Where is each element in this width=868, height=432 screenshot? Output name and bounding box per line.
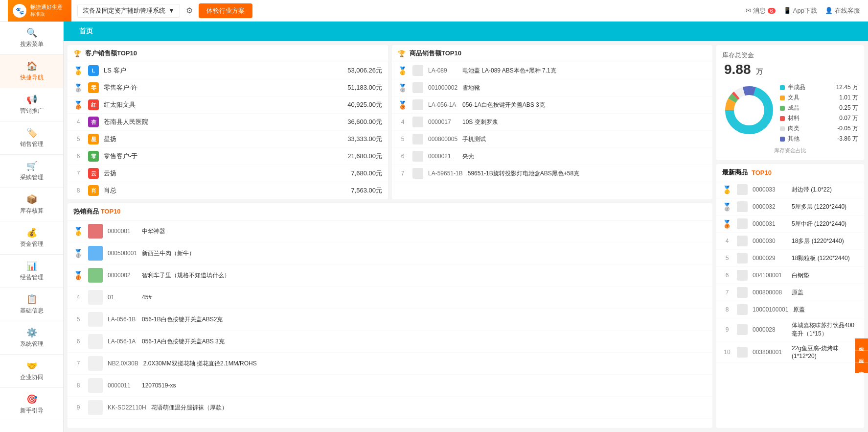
sidebar-item-label: 搜索菜单 bbox=[20, 40, 44, 48]
list-item: 5 LA-056-1B 056-1B白色按键开关盖ABS2克 bbox=[68, 309, 712, 331]
legend-label: 半成品 bbox=[788, 83, 833, 92]
message-button[interactable]: ✉ 消息 6 bbox=[746, 6, 776, 15]
settings-icon[interactable]: ⚙ bbox=[186, 6, 193, 15]
customer-amount: 53,006.26元 bbox=[347, 66, 382, 75]
product-thumb bbox=[412, 151, 423, 162]
customer-ranking-list: 🥇 L LS 客户 53,006.26元 🥈 零 零售客户-许 51,183.0… bbox=[68, 62, 388, 199]
app-download-button[interactable]: 📱 App下载 bbox=[783, 6, 817, 15]
logo-area: 🐾 畅捷通好生意 标准版 bbox=[8, 0, 71, 22]
sidebar-item-operations[interactable]: 📊 经营管理 bbox=[0, 255, 63, 288]
customer-name: 零售客户-于 bbox=[104, 152, 343, 161]
list-item: 🥉 0000002 智利车子里（规格不知道填什么） bbox=[68, 264, 712, 287]
online-service-button[interactable]: 👤 在线客服 bbox=[825, 6, 860, 15]
product-thumb bbox=[737, 347, 748, 358]
float-service-community[interactable]: 服务社区 bbox=[855, 351, 868, 363]
product-thumb bbox=[737, 253, 748, 264]
legend-label: 材料 bbox=[788, 114, 836, 122]
table-row: 6 零 零售客户-于 21,680.00元 bbox=[68, 148, 388, 165]
rank-number: 5 bbox=[73, 316, 83, 323]
legend-value: 0.25 万 bbox=[839, 104, 858, 112]
table-row: 🥉 LA-056-1A 056-1A白色按键开关盖ABS 3克 bbox=[392, 96, 712, 114]
inventory-icon: 📦 bbox=[26, 194, 37, 205]
list-item: 🥈 000500001 新西兰牛肉（新牛） bbox=[68, 242, 712, 264]
product-name: 电池盖 LA-089 ABS本色+黑种 7.1克 bbox=[462, 67, 707, 75]
info-icon: 📋 bbox=[26, 294, 37, 305]
bronze-medal-icon: 🥉 bbox=[722, 219, 732, 229]
legend-dot bbox=[780, 126, 785, 131]
sidebar-item-purchase[interactable]: 🛒 采购管理 bbox=[0, 155, 63, 188]
product-thumb bbox=[737, 304, 748, 315]
product-thumb bbox=[412, 65, 423, 76]
rank-number: 4 bbox=[73, 294, 83, 301]
list-item: 7 000800008 原盖 bbox=[716, 284, 864, 301]
rank-number: 7 bbox=[73, 360, 83, 367]
donut-chart bbox=[722, 83, 776, 137]
sidebar-item-label: 基础信息 bbox=[20, 307, 44, 315]
product-code: LA-089 bbox=[428, 67, 457, 74]
table-row: 🥈 零 零售客户-许 51,183.00元 bbox=[68, 79, 388, 96]
sidebar-item-search[interactable]: 🔍 搜索菜单 bbox=[0, 22, 63, 55]
sidebar-item-label: 经营管理 bbox=[20, 273, 44, 282]
left-panels: 🏆 客户销售额TOP10 🥇 L LS 客户 53,006.26元 🥈 零 零售… bbox=[64, 41, 716, 432]
legend-value: -3.86 万 bbox=[837, 135, 858, 143]
product-code: 0000032 bbox=[753, 203, 787, 210]
avatar: 零 bbox=[88, 151, 99, 162]
product-ranking-header: 🏆 商品销售额TOP10 bbox=[392, 45, 712, 62]
marketing-icon: 📢 bbox=[26, 94, 37, 105]
new-products-header: 最新商品 TOP10 bbox=[716, 164, 864, 181]
sales-icon: 🏷️ bbox=[26, 127, 37, 138]
system-selector[interactable]: 装备及固定资产辅助管理系统 ▼ bbox=[77, 4, 180, 18]
rank-number: 7 bbox=[722, 289, 732, 296]
sidebar-item-finance[interactable]: 💰 资金管理 bbox=[0, 221, 63, 255]
product-name: 12070519-xs bbox=[142, 382, 707, 389]
hot-products-title: 热销商品 TOP10 bbox=[73, 207, 121, 216]
float-live[interactable]: 直播 bbox=[855, 363, 868, 373]
inventory-unit: 万 bbox=[756, 68, 763, 75]
sidebar-item-basic-info[interactable]: 📋 基础信息 bbox=[0, 288, 63, 321]
product-thumb bbox=[88, 224, 103, 239]
system-name: 装备及固定资产辅助管理系统 bbox=[83, 6, 165, 15]
search-icon: 🔍 bbox=[26, 27, 37, 38]
inventory-panel: 库存总资金 9.88 万 bbox=[716, 45, 864, 160]
gold-medal-icon: 🥇 bbox=[398, 66, 408, 75]
sidebar-item-quick-nav[interactable]: 🏠 快捷导航 bbox=[0, 55, 63, 88]
product-name: 花语萌俚温分腿裤袜（厚款） bbox=[151, 404, 707, 412]
right-panel: 库存总资金 9.88 万 bbox=[716, 41, 868, 432]
product-name: 10S 变刺罗浆 bbox=[462, 118, 707, 126]
hot-products-list: 🥇 0000001 中华神器 🥈 000500001 新西兰牛肉（新牛） 🥉 0… bbox=[68, 220, 712, 428]
tab-home[interactable]: 首页 bbox=[71, 22, 101, 41]
product-thumb bbox=[412, 99, 423, 110]
rank-number: 4 bbox=[398, 119, 408, 125]
sidebar-item-sales[interactable]: 🏷️ 销售管理 bbox=[0, 121, 63, 155]
product-name: 056-1A白色按键开关盖ABS 3克 bbox=[462, 101, 707, 109]
legend-label: 其他 bbox=[788, 135, 834, 143]
guide-icon: 🎯 bbox=[26, 394, 37, 405]
product-name: 59651-1B旋转投影灯电池盒ABS黑色+58克 bbox=[468, 169, 707, 178]
logo-badge: 标准版 bbox=[30, 11, 63, 18]
silver-medal-icon: 🥈 bbox=[73, 83, 83, 93]
legend-label: 文具 bbox=[788, 94, 836, 102]
sidebar-item-guide[interactable]: 🎯 新手引导 bbox=[0, 388, 63, 421]
table-row: 4 0000017 10S 变刺罗浆 bbox=[392, 114, 712, 131]
sidebar-item-inventory[interactable]: 📦 库存核算 bbox=[0, 188, 63, 221]
message-icon: ✉ bbox=[746, 7, 751, 14]
sidebar-item-system[interactable]: ⚙️ 系统管理 bbox=[0, 321, 63, 355]
product-code: 01 bbox=[108, 294, 137, 301]
float-service-hotline[interactable]: 客服热线 bbox=[855, 338, 868, 351]
logo-text: 畅捷通好生意 bbox=[30, 3, 63, 10]
product-name: 056-1A白色按键开关盖ABS 3克 bbox=[142, 337, 707, 346]
sidebar-item-marketing[interactable]: 📢 营销推广 bbox=[0, 88, 63, 121]
legend-item-semifinished: 半成品 12.45 万 bbox=[780, 83, 858, 92]
list-item: 5 0000029 18颗粒板 (1220*2440) bbox=[716, 250, 864, 267]
hot-products-panel: 热销商品 TOP10 🥇 0000001 中华神器 🥈 000500001 新西… bbox=[68, 203, 712, 428]
trial-button[interactable]: 体验行业方案 bbox=[199, 3, 252, 18]
table-row: 🥇 L LS 客户 53,006.26元 bbox=[68, 62, 388, 79]
sidebar-item-enterprise[interactable]: 🤝 企业协同 bbox=[0, 355, 63, 388]
product-code: 0000011 bbox=[108, 382, 137, 389]
product-code: 0000031 bbox=[753, 220, 787, 227]
sidebar-item-label: 销售管理 bbox=[20, 140, 44, 148]
product-name: 封边带 (1.0*22) bbox=[792, 186, 858, 194]
product-code: 004100001 bbox=[753, 272, 787, 279]
new-products-panel: 最新商品 TOP10 🥇 0000033 封边带 (1.0*22) 🥈 0000… bbox=[716, 164, 864, 428]
product-code: 000500001 bbox=[108, 250, 137, 257]
